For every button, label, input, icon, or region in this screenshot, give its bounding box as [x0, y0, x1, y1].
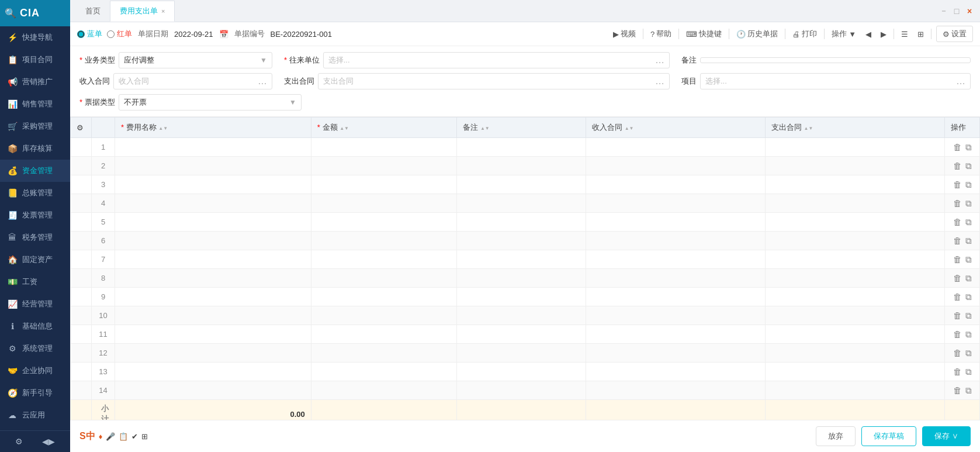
tab-home[interactable]: 首页 [76, 1, 110, 21]
row-note[interactable] [457, 250, 586, 269]
minimize-button[interactable]: － [939, 6, 948, 16]
row-amount[interactable] [311, 213, 457, 232]
sidebar-item-cloud[interactable]: ☁ 云应用 [0, 404, 70, 426]
row-expense-name[interactable] [115, 157, 311, 175]
row-note[interactable] [457, 306, 586, 325]
row-expense-contract[interactable] [765, 381, 944, 400]
remark-input[interactable] [700, 57, 971, 63]
business-type-input[interactable]: 应付调整 ▼ [119, 52, 272, 68]
copy-row-button[interactable]: ⧉ [965, 367, 972, 377]
row-expense-name[interactable] [115, 269, 311, 288]
sidebar-item-fixed-assets[interactable]: 🏠 固定资产 [0, 249, 70, 271]
copy-row-button[interactable]: ⧉ [965, 217, 972, 227]
row-expense-name[interactable] [115, 138, 311, 157]
row-income-contract[interactable] [586, 175, 766, 194]
sort-icon[interactable]: ▲▼ [480, 126, 490, 131]
row-note[interactable] [457, 381, 586, 400]
grid-view-btn[interactable]: ⊞ [915, 29, 926, 40]
tab-expense[interactable]: 费用支出单 × [110, 1, 175, 22]
close-button[interactable]: × [965, 6, 974, 16]
delete-row-button[interactable]: 🗑 [953, 236, 962, 246]
row-expense-contract[interactable] [765, 288, 944, 306]
row-amount[interactable] [311, 250, 457, 269]
row-expense-contract[interactable] [765, 306, 944, 325]
row-amount[interactable] [311, 232, 457, 250]
row-expense-name[interactable] [115, 344, 311, 363]
income-ellipsis-icon[interactable]: … [258, 76, 267, 87]
sidebar-item-capital[interactable]: 💰 资金管理 [0, 160, 70, 182]
row-income-contract[interactable] [586, 363, 766, 381]
sidebar-item-basic-info[interactable]: ℹ 基础信息 [0, 315, 70, 337]
row-amount[interactable] [311, 381, 457, 400]
row-amount[interactable] [311, 138, 457, 157]
row-note[interactable] [457, 269, 586, 288]
sidebar-item-inventory[interactable]: 📦 库存核算 [0, 137, 70, 160]
row-expense-contract[interactable] [765, 194, 944, 213]
note-header[interactable]: 备注 ▲▼ [457, 118, 586, 138]
red-bill-radio[interactable]: 红单 [107, 29, 132, 39]
row-expense-contract[interactable] [765, 325, 944, 344]
row-expense-name[interactable] [115, 213, 311, 232]
row-amount[interactable] [311, 325, 457, 344]
row-expense-name[interactable] [115, 288, 311, 306]
row-amount[interactable] [311, 363, 457, 381]
row-expense-name[interactable] [115, 363, 311, 381]
row-income-contract[interactable] [586, 250, 766, 269]
row-expense-contract[interactable] [765, 363, 944, 381]
operation-btn[interactable]: 操作 ▼ [829, 27, 858, 40]
expense-name-header[interactable]: * 费用名称 ▲▼ [115, 118, 311, 138]
copy-row-button[interactable]: ⧉ [965, 273, 972, 284]
copy-row-button[interactable]: ⧉ [965, 329, 972, 340]
settings-footer-icon[interactable]: ⚙ [15, 437, 23, 446]
row-expense-name[interactable] [115, 381, 311, 400]
delete-row-button[interactable]: 🗑 [953, 180, 962, 190]
row-expense-contract[interactable] [765, 344, 944, 363]
delete-row-button[interactable]: 🗑 [953, 198, 962, 209]
sidebar-item-ledger[interactable]: 📒 总账管理 [0, 182, 70, 204]
table-gear-icon[interactable]: ⚙ [77, 123, 84, 132]
sidebar-item-purchase[interactable]: 🛒 采购管理 [0, 115, 70, 137]
sidebar-item-project-contract[interactable]: 📋 项目合同 [0, 49, 70, 71]
delete-row-button[interactable]: 🗑 [953, 273, 962, 284]
next-btn[interactable]: ▶ [878, 29, 889, 40]
sidebar-item-tax[interactable]: 🏛 税务管理 [0, 226, 70, 249]
print-btn[interactable]: 🖨 打印 [790, 27, 819, 40]
delete-row-button[interactable]: 🗑 [953, 161, 962, 171]
row-note[interactable] [457, 325, 586, 344]
income-contract-header[interactable]: 收入合同 ▲▼ [586, 118, 766, 138]
row-expense-name[interactable] [115, 232, 311, 250]
row-expense-name[interactable] [115, 325, 311, 344]
row-expense-name[interactable] [115, 194, 311, 213]
copy-row-button[interactable]: ⧉ [965, 348, 972, 358]
income-contract-input[interactable]: 收入合同 … [113, 73, 272, 89]
row-amount[interactable] [311, 344, 457, 363]
expense-contract-input[interactable]: 支出合同 … [318, 73, 670, 89]
row-expense-contract[interactable] [765, 269, 944, 288]
sidebar-item-newbie[interactable]: 🧭 新手引导 [0, 382, 70, 404]
row-income-contract[interactable] [586, 213, 766, 232]
delete-row-button[interactable]: 🗑 [953, 142, 962, 153]
row-income-contract[interactable] [586, 288, 766, 306]
copy-row-button[interactable]: ⧉ [965, 161, 972, 171]
row-expense-contract[interactable] [765, 213, 944, 232]
delete-row-button[interactable]: 🗑 [953, 254, 962, 265]
save-draft-button[interactable]: 保存草稿 [861, 426, 916, 446]
sort-icon[interactable]: ▲▼ [340, 126, 349, 131]
row-expense-contract[interactable] [765, 138, 944, 157]
delete-row-button[interactable]: 🗑 [953, 367, 962, 377]
row-note[interactable] [457, 194, 586, 213]
row-income-contract[interactable] [586, 194, 766, 213]
video-btn[interactable]: ▶ 视频 [611, 27, 638, 40]
row-amount[interactable] [311, 288, 457, 306]
maximize-button[interactable]: □ [952, 6, 961, 16]
copy-row-button[interactable]: ⧉ [965, 310, 972, 321]
delete-row-button[interactable]: 🗑 [953, 329, 962, 340]
shortcut-btn[interactable]: ⌨ 快捷键 [684, 27, 724, 40]
delete-row-button[interactable]: 🗑 [953, 292, 962, 302]
sort-icon[interactable]: ▲▼ [625, 126, 634, 131]
row-income-contract[interactable] [586, 306, 766, 325]
copy-row-button[interactable]: ⧉ [965, 385, 972, 396]
row-expense-name[interactable] [115, 250, 311, 269]
help-btn[interactable]: ? 帮助 [648, 27, 674, 40]
delete-row-button[interactable]: 🗑 [953, 310, 962, 321]
